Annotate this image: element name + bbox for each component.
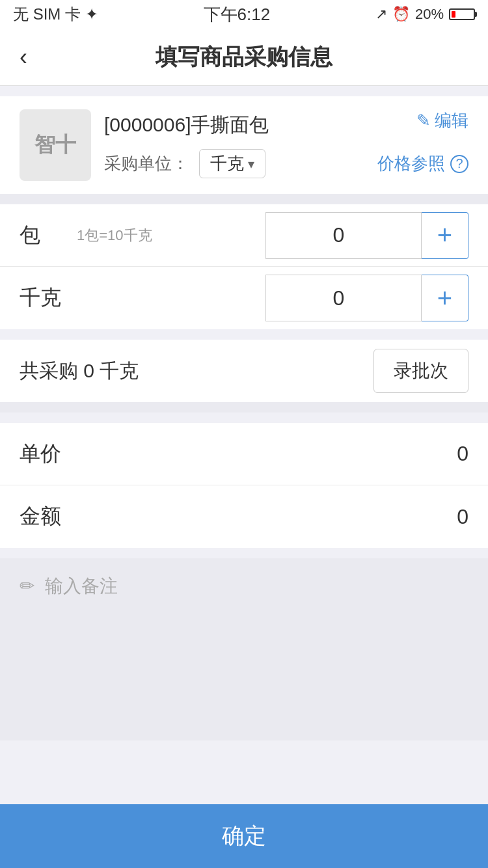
unit-select[interactable]: 千克 ▾ bbox=[199, 149, 265, 178]
notes-placeholder: 输入备注 bbox=[45, 574, 118, 599]
bag-sublabel: 1包=10千克 bbox=[77, 226, 152, 245]
location-icon: ↗ bbox=[375, 6, 387, 23]
price-ref-link[interactable]: 价格参照 ? bbox=[377, 152, 468, 175]
bag-input-wrapper: + bbox=[265, 212, 468, 259]
unit-value: 千克 bbox=[210, 152, 244, 175]
bag-label: 包 bbox=[20, 221, 72, 250]
product-thumbnail: 智十 bbox=[20, 109, 91, 181]
product-card: 智十 [0000006]手撕面包 采购单位： 千克 ▾ 价格参照 ? ✎ 编辑 bbox=[0, 96, 488, 194]
kg-plus-button[interactable]: + bbox=[422, 275, 468, 321]
amount-value: 0 bbox=[457, 505, 468, 529]
confirm-button-label: 确定 bbox=[222, 821, 266, 851]
price-info-section: 单价 0 金额 0 bbox=[0, 423, 488, 548]
unit-price-label: 单价 bbox=[20, 440, 61, 468]
battery-icon bbox=[449, 8, 475, 20]
page-title: 填写商品采购信息 bbox=[156, 42, 332, 72]
help-icon: ? bbox=[450, 155, 468, 173]
product-info: [0000006]手撕面包 采购单位： 千克 ▾ 价格参照 ? bbox=[104, 112, 468, 178]
unit-price-value: 0 bbox=[457, 442, 468, 466]
kg-label: 千克 bbox=[20, 284, 72, 312]
back-button[interactable]: ‹ bbox=[20, 44, 27, 71]
kg-input-wrapper: + bbox=[265, 275, 468, 321]
bag-plus-button[interactable]: + bbox=[422, 212, 468, 259]
notes-section[interactable]: ✏ 输入备注 bbox=[0, 558, 488, 623]
status-right: ↗ ⏰ 20% bbox=[375, 6, 475, 23]
status-bar: 无 SIM 卡 ✦ 下午6:12 ↗ ⏰ 20% bbox=[0, 0, 488, 29]
edit-link[interactable]: ✎ 编辑 bbox=[416, 109, 468, 132]
pencil-icon: ✏ bbox=[20, 575, 34, 597]
status-left: 无 SIM 卡 ✦ bbox=[13, 4, 98, 25]
unit-label: 采购单位： bbox=[104, 152, 189, 175]
kg-input-row: 千克 + bbox=[0, 267, 488, 329]
chevron-down-icon: ▾ bbox=[248, 156, 254, 172]
product-unit-row: 采购单位： 千克 ▾ 价格参照 ? bbox=[104, 149, 468, 178]
kg-input[interactable] bbox=[265, 275, 422, 321]
bottom-space bbox=[0, 623, 488, 740]
alarm-icon: ⏰ bbox=[392, 6, 410, 23]
status-time: 下午6:12 bbox=[204, 3, 271, 26]
section-divider-1 bbox=[0, 194, 488, 204]
edit-label: 编辑 bbox=[435, 109, 468, 132]
section-divider-2 bbox=[0, 402, 488, 413]
product-thumb-label: 智十 bbox=[34, 131, 76, 159]
battery-percent: 20% bbox=[415, 6, 444, 23]
unit-price-row: 单价 0 bbox=[0, 423, 488, 485]
batch-button[interactable]: 录批次 bbox=[373, 349, 468, 393]
confirm-bar[interactable]: 确定 bbox=[0, 804, 488, 868]
bag-input-row: 包 1包=10千克 + bbox=[0, 204, 488, 267]
price-ref-label: 价格参照 bbox=[377, 152, 445, 175]
summary-text: 共采购 0 千克 bbox=[20, 358, 139, 385]
bag-input[interactable] bbox=[265, 212, 422, 259]
signal-text: 无 SIM 卡 ✦ bbox=[13, 4, 98, 25]
summary-section: 共采购 0 千克 录批次 bbox=[0, 340, 488, 402]
amount-label: 金额 bbox=[20, 502, 61, 531]
edit-icon: ✎ bbox=[416, 111, 431, 131]
amount-row: 金额 0 bbox=[0, 485, 488, 548]
nav-bar: ‹ 填写商品采购信息 bbox=[0, 29, 488, 86]
input-section: 包 1包=10千克 + 千克 + bbox=[0, 204, 488, 329]
product-name: [0000006]手撕面包 bbox=[104, 112, 468, 139]
